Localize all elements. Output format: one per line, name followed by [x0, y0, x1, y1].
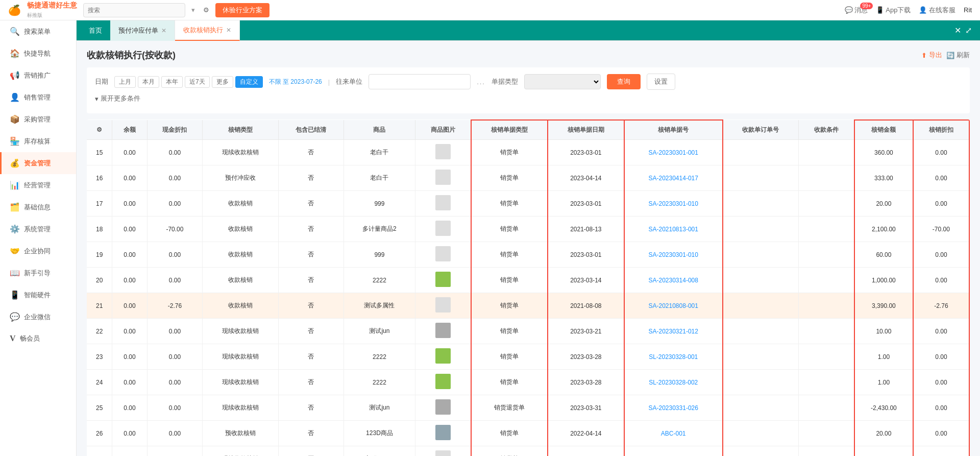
user-name[interactable]: Rit — [964, 6, 972, 14]
cell-verify-discount: -70.00 — [913, 217, 969, 242]
industry-btn[interactable]: 休验行业方案 — [215, 3, 270, 17]
top-bar-right: 💬 消息 99+ 📱 App下载 👤 在线客服 Rit — [845, 6, 972, 15]
bill-no-link[interactable]: SA-20230331-026 — [648, 404, 698, 412]
logo-icon: 🍊 — [8, 4, 21, 16]
cell-verify-bill-date: 2023-03-01 — [548, 191, 624, 217]
cell-goods: 衣服00001 — [344, 446, 415, 457]
refresh-btn[interactable]: 🔄 刷新 — [946, 51, 970, 60]
date-btn-this-year[interactable]: 本年 — [161, 76, 183, 88]
cell-verify-bill-type: 销货单 — [471, 140, 548, 165]
tab-close-window-btn[interactable]: ✕ — [954, 26, 961, 35]
tab-prepay-close[interactable]: ✕ — [161, 27, 166, 34]
sidebar-item-hardware[interactable]: 📱 智能硬件 — [0, 284, 76, 306]
sidebar-item-wechat[interactable]: 💬 企业微信 — [0, 306, 76, 328]
tab-prepay[interactable]: 预付冲应付单 ✕ — [110, 20, 175, 41]
cell-goods-img — [415, 446, 471, 457]
bill-no-link[interactable]: SL-20230328-002 — [649, 379, 698, 386]
date-btn-this-month[interactable]: 本月 — [138, 76, 159, 88]
tab-receipt-verify-close[interactable]: ✕ — [226, 27, 231, 34]
cell-verify-type: 收款核销 — [203, 191, 279, 217]
sidebar-item-quick-nav[interactable]: 🏠 快捷导航 — [0, 42, 76, 64]
date-btn-custom[interactable]: 自定义 — [235, 76, 263, 88]
table-row: 26 0.00 0.00 预收款核销 否 123D商品 销货单 2022-04-… — [87, 421, 969, 446]
tab-maximize-btn[interactable]: ⤢ — [965, 26, 972, 35]
expand-more-btn[interactable]: ▾ 展开更多条件 — [95, 94, 140, 103]
sidebar-item-search-menu[interactable]: 🔍 搜索菜单 — [0, 20, 76, 42]
query-btn[interactable]: 查询 — [607, 74, 641, 89]
cell-verify-bill-date: 2023-03-31 — [548, 395, 624, 421]
sidebar-item-sales[interactable]: 👤 销售管理 — [0, 86, 76, 108]
business-icon: 📊 — [10, 180, 20, 190]
sidebar-item-system[interactable]: ⚙️ 系统管理 — [0, 218, 76, 240]
cell-verify-bill-no[interactable]: SA-20210813-001 — [624, 217, 723, 242]
cell-row-num: 26 — [87, 421, 112, 446]
partner-input[interactable] — [369, 74, 471, 89]
cell-receipt-condition — [799, 319, 854, 344]
cell-verify-bill-type: 销货单 — [471, 165, 548, 191]
bill-no-link[interactable]: SL-20230328-001 — [649, 353, 698, 361]
bill-no-link[interactable]: SA-20210808-001 — [648, 302, 698, 309]
sidebar-item-business[interactable]: 📊 经营管理 — [0, 174, 76, 196]
cell-verify-bill-no[interactable]: SA-20230414-017 — [624, 165, 723, 191]
sidebar-item-guide[interactable]: 📖 新手引导 — [0, 262, 76, 284]
cell-verify-bill-no[interactable]: SA-20230301-001 — [624, 140, 723, 165]
cell-row-num: 16 — [87, 165, 112, 191]
online-service-btn[interactable]: 👤 在线客服 — [919, 6, 955, 15]
bill-no-link[interactable]: SA-20230301-010 — [648, 200, 698, 207]
cell-cash-discount: 0.00 — [147, 242, 202, 268]
cell-verify-bill-no[interactable]: ABC-001 — [624, 421, 723, 446]
cell-balance: 0.00 — [112, 421, 147, 446]
bill-no-link[interactable]: SA-20230314-008 — [648, 277, 698, 284]
sidebar-item-funds[interactable]: 💰 资金管理 — [0, 152, 76, 174]
cell-goods: 999 — [344, 191, 415, 217]
cell-receipt-order-no — [723, 165, 799, 191]
sidebar-item-inventory[interactable]: 🏪 库存核算 — [0, 130, 76, 152]
table-row: 24 0.00 0.00 现续收款核销 否 2222 销货单 2023-03-2… — [87, 370, 969, 395]
cell-goods-img — [415, 191, 471, 217]
cell-verify-bill-no[interactable]: SA-20230321-012 — [624, 319, 723, 344]
date-btn-7days[interactable]: 近7天 — [185, 76, 210, 88]
bill-no-link[interactable]: SA-20230414-017 — [648, 175, 698, 182]
sidebar-item-purchase[interactable]: 📦 采购管理 — [0, 108, 76, 130]
app-download-btn[interactable]: 📱 App下载 — [876, 6, 911, 15]
cell-verify-bill-no[interactable]: SA-20210808-001 — [624, 293, 723, 319]
main-content: 首页 预付冲应付单 ✕ 收款核销执行 ✕ ✕ ⤢ 收款核销执行(按收款) ⬆ — [77, 20, 980, 456]
cell-verify-bill-no[interactable]: SA-20230301-010 — [624, 242, 723, 268]
cell-verify-type: 预收款核销 — [203, 421, 279, 446]
bill-no-link[interactable]: SA-20210813-001 — [648, 226, 698, 233]
cell-balance: 0.00 — [112, 446, 147, 457]
cell-verify-bill-no[interactable]: SL-20230328-002 — [624, 370, 723, 395]
tab-home[interactable]: 首页 — [81, 20, 110, 41]
tab-receipt-verify[interactable]: 收款核销执行 ✕ — [175, 20, 240, 41]
cell-cash-discount: 0.00 — [147, 191, 202, 217]
sidebar-item-label: 资金管理 — [24, 159, 51, 168]
bill-no-link[interactable]: ABC-001 — [661, 430, 686, 437]
cell-verify-bill-no[interactable]: SL-20230408-001 — [624, 446, 723, 457]
sidebar-item-member[interactable]: V 畅会员 — [0, 328, 76, 349]
sidebar-item-marketing[interactable]: 📢 营销推广 — [0, 64, 76, 86]
bill-no-link[interactable]: SA-20230321-012 — [648, 328, 698, 335]
cell-verify-bill-no[interactable]: SA-20230331-026 — [624, 395, 723, 421]
cell-verify-bill-no[interactable]: SA-20230314-008 — [624, 268, 723, 293]
export-btn[interactable]: ⬆ 导出 — [921, 51, 942, 60]
cell-row-num: 19 — [87, 242, 112, 268]
bill-type-select[interactable] — [524, 74, 601, 89]
cell-verify-amount: 10.00 — [854, 319, 913, 344]
cell-verify-bill-no[interactable]: SA-20230301-010 — [624, 191, 723, 217]
date-btn-more[interactable]: 更多 — [212, 76, 233, 88]
gear-icon[interactable]: ⚙ — [203, 6, 209, 14]
bill-no-link[interactable]: SA-20230301-010 — [648, 251, 698, 258]
search-dropdown-arrow[interactable]: ▾ — [191, 6, 195, 14]
sidebar-item-basic-info[interactable]: 🗂️ 基础信息 — [0, 196, 76, 218]
top-search-input[interactable] — [83, 3, 185, 17]
cell-verify-bill-type: 销货单 — [471, 370, 548, 395]
bill-no-link[interactable]: SA-20230301-001 — [648, 149, 698, 156]
cell-cash-discount: 0.00 — [147, 268, 202, 293]
col-header-settings[interactable]: ⚙ — [87, 120, 112, 140]
cell-goods: 2222 — [344, 344, 415, 370]
cell-verify-bill-no[interactable]: SL-20230328-001 — [624, 344, 723, 370]
setting-btn[interactable]: 设置 — [647, 74, 675, 90]
message-btn[interactable]: 💬 消息 99+ — [845, 6, 868, 15]
date-btn-last-month[interactable]: 上月 — [114, 76, 136, 88]
sidebar-item-company[interactable]: 🤝 企业协同 — [0, 240, 76, 262]
